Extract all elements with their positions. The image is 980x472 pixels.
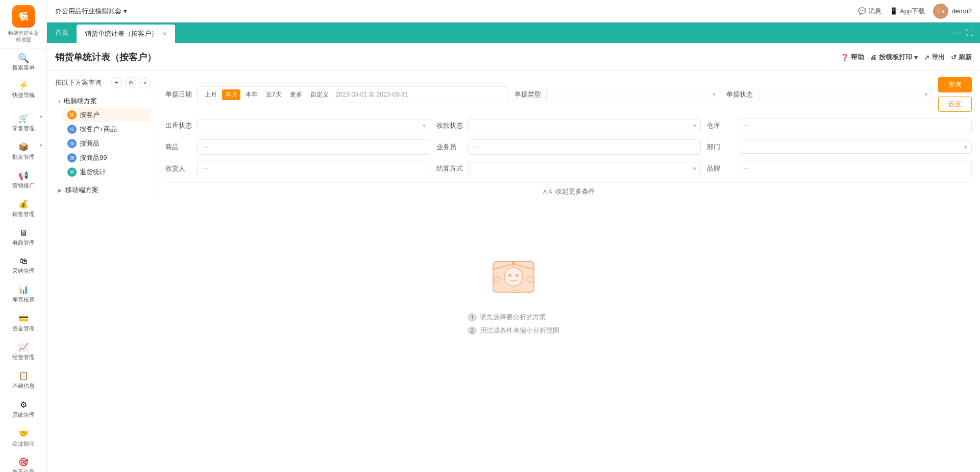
tab-home[interactable]: 首页 bbox=[47, 22, 77, 43]
sidebar-item-system[interactable]: ⚙ 系统管理 bbox=[0, 395, 46, 423]
topbar-title-dropdown[interactable]: 办公用品行业模拟账套 ▾ bbox=[55, 7, 127, 16]
tree-child-by-goods99[interactable]: 按 按商品99 bbox=[63, 151, 151, 165]
tree-child-by-goods[interactable]: 按 按商品 bbox=[63, 136, 151, 151]
purchase-icon: 🛍 bbox=[19, 256, 28, 266]
tab-active-label: 销货单统计表（按客户） bbox=[85, 29, 158, 38]
date-tab-last-month[interactable]: 上月 bbox=[202, 89, 220, 100]
query-btn[interactable]: 查询 bbox=[938, 77, 972, 92]
sidebar-item-enterprise[interactable]: 🤝 企业协同 bbox=[0, 423, 46, 452]
sidebar-item-marketing[interactable]: 📢 营销推广 bbox=[0, 166, 46, 194]
date-label: 单据日期 bbox=[165, 90, 194, 99]
sidebar-item-retail[interactable]: 🛒 零售管理 ▲ bbox=[0, 108, 46, 137]
tree-child-icon-refund: 退 bbox=[67, 168, 77, 177]
app-download-btn[interactable]: 📱 App下载 bbox=[890, 7, 925, 16]
tree-parent-pc[interactable]: ▾ 电脑端方案 bbox=[55, 95, 151, 108]
marketing-label: 营销推广 bbox=[12, 182, 35, 189]
empty-illustration bbox=[483, 241, 544, 302]
avatar: Ea bbox=[933, 4, 948, 19]
date-tab-this-year[interactable]: 本年 bbox=[242, 89, 261, 100]
collapse-scheme-btn[interactable]: « bbox=[139, 77, 151, 88]
sidebar-item-sales[interactable]: 💰 销售管理 bbox=[0, 194, 46, 223]
tree-node-pc: ▾ 电脑端方案 按 按客户 按 按客户+商品 按 bbox=[55, 92, 151, 181]
date-tab-this-month[interactable]: 本月 bbox=[222, 89, 240, 100]
help-label: 帮助 bbox=[851, 53, 864, 62]
collapse-label: 收起更多条件 bbox=[555, 187, 595, 195]
topbar-dropdown-icon: ▾ bbox=[124, 7, 127, 15]
department-select[interactable]: ▾ bbox=[739, 140, 972, 154]
maximize-icon[interactable]: ⛶ bbox=[966, 28, 974, 37]
filter-item-brand: 品牌 ··· bbox=[707, 161, 972, 176]
minimize-icon[interactable]: — bbox=[953, 28, 962, 37]
doc-status-select[interactable]: ▾ bbox=[758, 88, 932, 101]
filter-main: 单据日期 上月 本月 本年 近7天 更多 自定义 2023-03-01 至 20… bbox=[165, 77, 972, 200]
tree-parent-mobile[interactable]: ▶ 移动端方案 bbox=[55, 183, 151, 197]
add-scheme-btn[interactable]: + bbox=[111, 77, 122, 88]
tip-text-1: 请先选择要分析的方案 bbox=[480, 311, 546, 324]
sidebar-item-finance[interactable]: 💳 资金管理 bbox=[0, 309, 46, 337]
sidebar-item-basic[interactable]: 📋 基础信息 bbox=[0, 366, 46, 394]
stock-status-select[interactable]: ▾ bbox=[197, 119, 430, 132]
sidebar-item-purchase[interactable]: 🛍 采购管理 bbox=[0, 251, 46, 279]
tabbar: 首页 销货单统计表（按客户） × — ⛶ bbox=[47, 22, 980, 43]
finance-icon: 💳 bbox=[18, 314, 29, 323]
user-name: demo2 bbox=[951, 7, 972, 15]
tab-close-icon[interactable]: × bbox=[163, 30, 167, 38]
date-control[interactable]: 上月 本月 本年 近7天 更多 自定义 2023-03-01 至 2023-03… bbox=[197, 86, 508, 103]
settings-scheme-btn[interactable]: ⚙ bbox=[125, 77, 136, 88]
collapse-bar[interactable]: ∧∧ 收起更多条件 bbox=[165, 182, 972, 200]
quick-nav-label: 快捷导航 bbox=[12, 91, 35, 99]
payment-method-select[interactable]: ▾ bbox=[468, 162, 701, 175]
sidebar-item-quick-nav[interactable]: ⚡ 快捷导航 bbox=[0, 75, 46, 104]
goods-select[interactable]: ··· bbox=[197, 139, 430, 155]
filter-sidebar-title: 按以下方案查询 bbox=[55, 78, 102, 87]
date-tab-7days[interactable]: 近7天 bbox=[263, 89, 285, 100]
export-btn[interactable]: ↗ 导出 bbox=[924, 53, 945, 62]
date-tabs: 上月 本月 本年 近7天 更多 自定义 bbox=[202, 89, 332, 100]
tree-child-label-customer: 按客户 bbox=[80, 110, 100, 120]
search-menu-item[interactable]: 🔍 搜索菜单 bbox=[0, 49, 46, 75]
empty-tip-2: 2 用过滤条件来缩小分析范围 bbox=[468, 324, 559, 337]
doc-type-select[interactable]: ▾ bbox=[546, 88, 720, 101]
tree-child-refund-stat[interactable]: 退 退货统计 bbox=[63, 165, 151, 179]
receiver-select[interactable]: ··· bbox=[197, 161, 430, 176]
tree-child-by-customer-goods[interactable]: 按 按客户+商品 bbox=[63, 122, 151, 136]
sidebar-item-operations[interactable]: 📈 经营管理 bbox=[0, 337, 46, 366]
date-tab-custom[interactable]: 自定义 bbox=[307, 89, 332, 100]
enterprise-icon: 🤝 bbox=[18, 429, 29, 438]
retail-arrow: ▲ bbox=[39, 113, 43, 119]
stock-status-dropdown-icon: ▾ bbox=[423, 122, 426, 129]
warehouse-select[interactable]: ··· bbox=[739, 118, 972, 133]
settings-btn[interactable]: 设置 bbox=[938, 97, 972, 112]
app-download-icon: 📱 bbox=[890, 7, 898, 15]
brand-select[interactable]: ··· bbox=[739, 161, 972, 176]
print-label: 按模板打印 bbox=[879, 53, 912, 62]
wholesale-icon: 📦 bbox=[18, 142, 29, 152]
receiver-label: 收货人 bbox=[165, 164, 194, 173]
payment-status-select[interactable]: ▾ bbox=[468, 119, 701, 132]
message-label: 消息 bbox=[868, 7, 881, 16]
filter-row-4: 收货人 ··· 结算方式 ▾ 品牌 bbox=[165, 161, 972, 176]
empty-state: 1 请先选择要分析的方案 2 用过滤条件来缩小分析范围 bbox=[55, 200, 972, 378]
print-btn[interactable]: 🖨 按模板打印 ▾ bbox=[870, 53, 918, 62]
date-range-text: 2023-03-01 至 2023-03-31 bbox=[336, 90, 408, 99]
user-area[interactable]: Ea demo2 bbox=[933, 4, 972, 19]
sidebar-item-ecommerce[interactable]: 🖥 电商管理 bbox=[0, 223, 46, 251]
main-area: 办公用品行业模拟账套 ▾ 💬 消息 📱 App下载 Ea demo2 首页 bbox=[47, 0, 980, 472]
salesperson-select[interactable]: ··· bbox=[468, 139, 701, 155]
basic-label: 基础信息 bbox=[12, 382, 35, 389]
sidebar-item-wholesale[interactable]: 📦 批发管理 ▲ bbox=[0, 137, 46, 166]
gear-icon: ⚙ bbox=[128, 79, 134, 86]
tab-window-controls[interactable]: — ⛶ bbox=[947, 22, 980, 43]
tree-child-by-customer[interactable]: 按 按客户 bbox=[63, 108, 151, 122]
date-tab-more[interactable]: 更多 bbox=[287, 89, 305, 100]
help-btn[interactable]: ❓ 帮助 bbox=[841, 53, 864, 62]
logo-icon: 畅 bbox=[12, 5, 35, 28]
page-title-text: 销货单统计表（按客户） bbox=[55, 51, 156, 63]
message-btn[interactable]: 💬 消息 bbox=[858, 7, 881, 16]
refresh-btn[interactable]: ↺ 刷新 bbox=[951, 53, 972, 62]
sidebar-item-inventory[interactable]: 📊 库存核算 bbox=[0, 279, 46, 308]
tab-active[interactable]: 销货单统计表（按客户） × bbox=[77, 25, 175, 43]
quick-nav-icon: ⚡ bbox=[18, 80, 29, 90]
collapse-icon: « bbox=[143, 79, 147, 86]
sidebar-item-guide[interactable]: 🎯 新手引导 bbox=[0, 452, 46, 472]
